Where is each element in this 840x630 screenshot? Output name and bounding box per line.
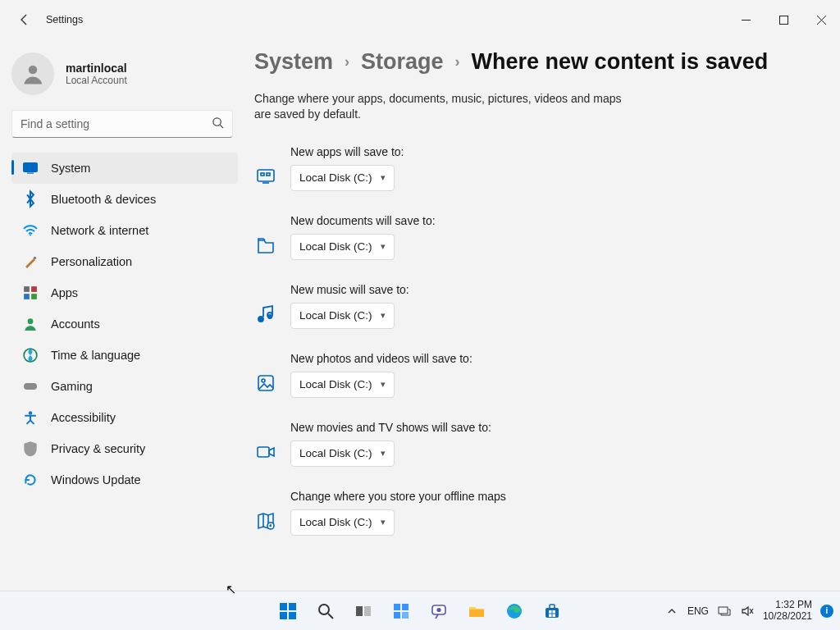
language-indicator[interactable]: ENG xyxy=(687,605,709,617)
setting-label: New music will save to: xyxy=(290,283,409,296)
page-description: Change where your apps, documents, music… xyxy=(254,91,640,122)
svg-rect-25 xyxy=(289,603,296,610)
account-block[interactable]: martinlocal Local Account xyxy=(11,52,238,95)
map-icon xyxy=(254,509,277,532)
svg-rect-32 xyxy=(402,604,409,610)
bluetooth-icon xyxy=(23,192,38,207)
documents-icon xyxy=(254,234,277,257)
tray-date: 10/28/2021 xyxy=(763,611,812,623)
setting-label: New documents will save to: xyxy=(290,214,436,227)
tray-time: 1:32 PM xyxy=(763,600,812,611)
svg-point-19 xyxy=(267,314,272,319)
nav-label: Time & language xyxy=(51,349,140,362)
system-tray: ENG 1:32 PM 10/28/2021 i xyxy=(664,600,840,623)
chevron-right-icon: › xyxy=(345,53,349,71)
tray-overflow[interactable] xyxy=(664,604,679,619)
maximize-button[interactable] xyxy=(765,7,802,32)
breadcrumb-system[interactable]: System xyxy=(254,49,333,75)
notification-badge[interactable]: i xyxy=(820,605,833,618)
store-button[interactable] xyxy=(536,595,568,628)
combo-value: Local Disk (C:) xyxy=(299,516,372,528)
setting-row-photos: New photos and videos will save to: Loca… xyxy=(254,352,815,398)
setting-row-movies: New movies and TV shows will save to: Lo… xyxy=(254,421,815,467)
nav-time[interactable]: Time & language xyxy=(11,340,238,371)
maps-location-combo[interactable]: Local Disk (C:) ▾ xyxy=(290,509,395,536)
apps-location-combo[interactable]: Local Disk (C:) ▾ xyxy=(290,165,395,191)
svg-point-14 xyxy=(29,411,33,415)
nav-privacy[interactable]: Privacy & security xyxy=(11,433,238,464)
setting-row-maps: Change where you store your offline maps… xyxy=(254,490,815,536)
task-view[interactable] xyxy=(347,595,380,628)
setting-label: New movies and TV shows will save to: xyxy=(290,421,491,434)
start-button[interactable] xyxy=(272,595,304,628)
setting-label: New photos and videos will save to: xyxy=(290,352,472,365)
svg-point-28 xyxy=(319,605,329,614)
nav-update[interactable]: Windows Update xyxy=(11,464,238,495)
svg-rect-40 xyxy=(550,605,555,609)
movies-location-combo[interactable]: Local Disk (C:) ▾ xyxy=(290,441,395,467)
nav-label: Gaming xyxy=(51,380,93,393)
svg-point-18 xyxy=(258,317,263,322)
combo-value: Local Disk (C:) xyxy=(299,309,372,322)
nav-label: Apps xyxy=(51,286,78,299)
gamepad-icon xyxy=(23,379,38,394)
combo-value: Local Disk (C:) xyxy=(299,378,372,390)
edge-button[interactable] xyxy=(498,595,531,628)
svg-rect-37 xyxy=(469,609,484,617)
person-icon xyxy=(23,317,38,331)
account-type: Local Account xyxy=(66,75,127,86)
svg-rect-24 xyxy=(280,603,287,610)
clock[interactable]: 1:32 PM 10/28/2021 xyxy=(763,600,812,623)
nav-system[interactable]: System xyxy=(11,153,238,184)
explorer-button[interactable] xyxy=(460,595,493,628)
image-icon xyxy=(254,372,277,395)
combo-value: Local Disk (C:) xyxy=(299,240,372,253)
svg-rect-26 xyxy=(280,612,287,619)
nav-gaming[interactable]: Gaming xyxy=(11,371,238,402)
chevron-down-icon: ▾ xyxy=(381,172,386,183)
svg-rect-8 xyxy=(31,286,37,292)
chevron-down-icon: ▾ xyxy=(381,310,386,321)
video-icon xyxy=(254,441,277,463)
nav-apps[interactable]: Apps xyxy=(11,277,238,308)
svg-point-1 xyxy=(29,66,38,75)
breadcrumb-storage[interactable]: Storage xyxy=(361,49,444,75)
wifi-icon xyxy=(23,223,38,238)
svg-rect-42 xyxy=(553,610,556,614)
nav-network[interactable]: Network & internet xyxy=(11,215,238,246)
nav-accessibility[interactable]: Accessibility xyxy=(11,402,238,433)
search-input-wrapper[interactable] xyxy=(11,110,233,138)
minimize-button[interactable] xyxy=(727,7,765,32)
widgets-button[interactable] xyxy=(385,595,418,628)
chevron-down-icon: ▾ xyxy=(381,241,386,252)
combo-value: Local Disk (C:) xyxy=(299,447,372,459)
taskbar-search[interactable] xyxy=(309,595,342,628)
chevron-down-icon: ▾ xyxy=(381,517,386,527)
nav-label: System xyxy=(51,162,90,175)
nav-bluetooth[interactable]: Bluetooth & devices xyxy=(11,184,238,215)
music-location-combo[interactable]: Local Disk (C:) ▾ xyxy=(290,303,395,329)
nav-label: Network & internet xyxy=(51,224,148,237)
photos-location-combo[interactable]: Local Disk (C:) ▾ xyxy=(290,372,395,398)
nav-list: System Bluetooth & devices Network & int… xyxy=(11,153,238,495)
documents-location-combo[interactable]: Local Disk (C:) ▾ xyxy=(290,234,395,260)
close-button[interactable] xyxy=(802,7,840,32)
avatar-icon xyxy=(11,52,54,95)
nav-label: Windows Update xyxy=(51,473,141,486)
svg-rect-13 xyxy=(24,383,37,390)
chevron-right-icon: › xyxy=(455,53,460,71)
network-tray-icon[interactable] xyxy=(717,604,732,619)
nav-accounts[interactable]: Accounts xyxy=(11,308,238,340)
search-input[interactable] xyxy=(21,117,201,130)
back-button[interactable] xyxy=(15,10,34,30)
system-icon xyxy=(23,161,38,176)
svg-rect-16 xyxy=(261,173,264,176)
sidebar: martinlocal Local Account System Bluetoo… xyxy=(0,39,246,591)
svg-rect-27 xyxy=(289,612,296,619)
svg-point-2 xyxy=(213,117,221,125)
svg-rect-44 xyxy=(553,614,556,617)
nav-personalization[interactable]: Personalization xyxy=(11,246,238,277)
search-icon xyxy=(212,116,224,132)
volume-tray-icon[interactable] xyxy=(740,604,755,619)
chat-button[interactable] xyxy=(422,595,455,628)
